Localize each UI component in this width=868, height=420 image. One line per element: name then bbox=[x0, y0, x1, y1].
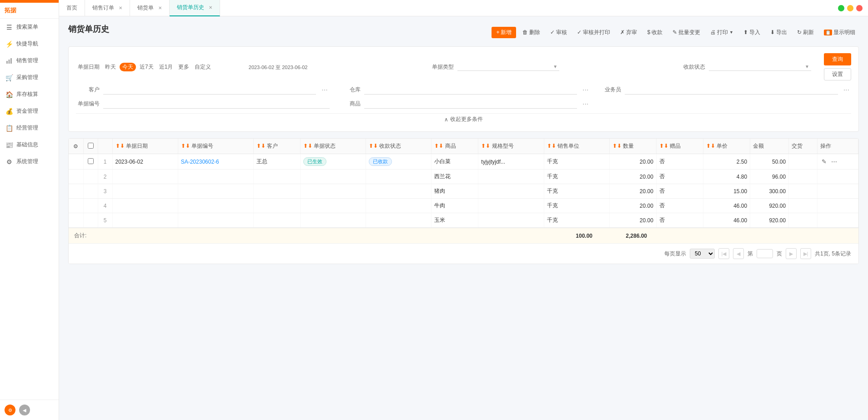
date-tab-custom[interactable]: 自定义 bbox=[193, 63, 213, 71]
col-doc-date[interactable]: ⬆⬇ 单据日期 bbox=[112, 139, 178, 154]
minimize-btn[interactable] bbox=[847, 5, 853, 11]
customer-ellipsis[interactable]: ··· bbox=[320, 86, 329, 94]
close-sales-history-tab[interactable]: ✕ bbox=[209, 5, 212, 10]
show-detail-button[interactable]: 📋 显示明细 bbox=[820, 27, 859, 38]
sidebar-item-quick-nav[interactable]: ⚡ 快捷导航 bbox=[0, 35, 59, 52]
customer-input[interactable] bbox=[103, 85, 316, 95]
sidebar-item-operations[interactable]: 📋 经营管理 bbox=[0, 120, 59, 136]
salesperson-input[interactable] bbox=[625, 85, 838, 95]
sidebar-logo: 拓据 bbox=[0, 3, 59, 19]
row1-doc-no-link[interactable]: SA-20230602-6 bbox=[181, 159, 219, 165]
add-button[interactable]: + 新增 bbox=[492, 27, 516, 38]
collapse-filter-btn[interactable]: ∧ 收起更多条件 bbox=[76, 113, 851, 125]
col-doc-no[interactable]: ⬆⬇ 单据编号 bbox=[178, 139, 253, 154]
sidebar-item-sales-mgmt[interactable]: 销售管理 bbox=[0, 52, 59, 69]
sort-icon: ⬆⬇ bbox=[181, 143, 190, 149]
table-scroll-area[interactable]: ⚙ ⬆⬇ 单据日期 ⬆⬇ 单据编号 ⬆⬇ 客户 ⬆⬇ 单据状态 ⬆⬇ 收款状态 … bbox=[69, 139, 858, 228]
tab-sales-delivery[interactable]: 销货单 ✕ bbox=[130, 0, 170, 16]
page-size-select[interactable]: 20 50 100 bbox=[690, 249, 715, 259]
col-gear[interactable]: ⚙ bbox=[69, 139, 83, 154]
batch-change-button[interactable]: ✎ 批量变更 bbox=[669, 27, 704, 38]
row2-collect-status bbox=[366, 170, 431, 184]
audit-print-button[interactable]: ✓ 审核并打印 bbox=[573, 27, 614, 38]
row1-num: 1 bbox=[98, 154, 112, 170]
col-spec[interactable]: ⬆⬇ 规格型号 bbox=[478, 139, 544, 154]
first-page-btn[interactable]: |◀ bbox=[718, 248, 729, 259]
row1-more-btn[interactable]: ⋯ bbox=[830, 158, 838, 165]
table-row: 2 西兰花 千克 20.00 否 4.80 96.0 bbox=[69, 170, 858, 184]
tab-sales-history[interactable]: 销货单历史 ✕ bbox=[170, 0, 220, 16]
collect-status-select[interactable]: ▼ bbox=[709, 63, 811, 71]
date-tab-today[interactable]: 今天 bbox=[120, 63, 136, 71]
setting-button[interactable]: 设置 bbox=[824, 68, 851, 80]
customer-label: 客户 bbox=[76, 86, 100, 94]
docno-input[interactable] bbox=[103, 99, 330, 109]
date-tab-7days[interactable]: 近7天 bbox=[138, 63, 156, 71]
select-all-checkbox[interactable] bbox=[88, 143, 94, 149]
maximize-btn[interactable] bbox=[838, 5, 844, 11]
print-button[interactable]: 🖨 打印 ▼ bbox=[707, 27, 737, 38]
row3-amount: 300.00 bbox=[750, 184, 789, 199]
table-row: 1 2023-06-02 SA-20230602-6 王总 已生效 已收款 小白… bbox=[69, 154, 858, 170]
prev-page-btn[interactable]: ◀ bbox=[733, 248, 744, 259]
warehouse-ellipsis[interactable]: ··· bbox=[581, 86, 590, 94]
col-customer[interactable]: ⬆⬇ 客户 bbox=[253, 139, 300, 154]
sidebar-item-finance[interactable]: 💰 资金管理 bbox=[0, 103, 59, 120]
col-sales-unit[interactable]: ⬆⬇ 销售单位 bbox=[544, 139, 609, 154]
col-unit-price[interactable]: ⬆⬇ 单价 bbox=[703, 139, 750, 154]
import-button[interactable]: ⬆ 导入 bbox=[740, 27, 764, 38]
date-tab-more[interactable]: 更多 bbox=[176, 63, 191, 71]
query-button[interactable]: 查询 bbox=[824, 53, 851, 65]
col-gift[interactable]: ⬆⬇ 赠品 bbox=[656, 139, 703, 154]
page-input[interactable]: 1 bbox=[757, 249, 773, 258]
abandon-button[interactable]: ✗ 弃审 bbox=[617, 27, 641, 38]
sidebar-item-purchase-mgmt[interactable]: 🛒 采购管理 bbox=[0, 69, 59, 86]
row1-edit-btn[interactable]: ✎ bbox=[820, 158, 828, 165]
last-page-btn[interactable]: ▶| bbox=[800, 248, 811, 259]
date-tab-1month[interactable]: 近1月 bbox=[157, 63, 175, 71]
row1-customer: 王总 bbox=[253, 154, 300, 170]
sidebar-settings-icon[interactable]: ⚙ bbox=[5, 405, 15, 415]
tab-home[interactable]: 首页 bbox=[59, 0, 85, 16]
filter-row-2: 客户 ··· 仓库 ··· 业务员 ··· bbox=[76, 85, 851, 95]
close-btn[interactable] bbox=[856, 5, 863, 11]
col-doc-status[interactable]: ⬆⬇ 单据状态 bbox=[300, 139, 366, 154]
warehouse-input[interactable] bbox=[364, 85, 577, 95]
next-page-btn[interactable]: ▶ bbox=[786, 248, 797, 259]
close-sales-delivery-tab[interactable]: ✕ bbox=[158, 5, 162, 10]
refresh-button[interactable]: ↻ 刷新 bbox=[793, 27, 818, 38]
total-values: 100.00 2,286.00 bbox=[101, 233, 853, 239]
salesperson-ellipsis[interactable]: ··· bbox=[842, 86, 851, 94]
goods-ellipsis[interactable]: ··· bbox=[581, 100, 590, 108]
export-button[interactable]: ⬇ 导出 bbox=[767, 27, 791, 38]
row1-check[interactable] bbox=[83, 154, 98, 170]
col-qty[interactable]: ⬆⬇ 数量 bbox=[609, 139, 656, 154]
close-sales-order-tab[interactable]: ✕ bbox=[119, 5, 122, 10]
sidebar-item-sys-mgmt[interactable]: ⚙ 系统管理 bbox=[0, 153, 59, 170]
sidebar-collapse-icon[interactable]: ◀ bbox=[19, 405, 30, 415]
col-goods[interactable]: ⬆⬇ 商品 bbox=[431, 139, 478, 154]
sidebar-item-search-menu[interactable]: ☰ 搜索菜单 bbox=[0, 19, 59, 35]
sidebar-item-inventory[interactable]: 🏠 库存核算 bbox=[0, 86, 59, 103]
row1-checkbox[interactable] bbox=[88, 158, 94, 164]
row1-doc-no[interactable]: SA-20230602-6 bbox=[178, 154, 253, 170]
quick-nav-icon: ⚡ bbox=[5, 40, 13, 48]
sidebar-item-basic-info[interactable]: 📰 基础信息 bbox=[0, 136, 59, 153]
row2-gift: 否 bbox=[656, 170, 703, 184]
row4-qty: 20.00 bbox=[609, 199, 656, 213]
delete-button[interactable]: 🗑 删除 bbox=[519, 27, 544, 38]
collect-button[interactable]: $ 收款 bbox=[643, 27, 666, 38]
col-collect-status[interactable]: ⬆⬇ 收款状态 bbox=[366, 139, 431, 154]
date-tab-yesterday[interactable]: 昨天 bbox=[103, 63, 118, 71]
sort-icon: ⬆⬇ bbox=[303, 143, 312, 149]
row4-trade bbox=[789, 199, 818, 213]
doc-type-select[interactable]: ▼ bbox=[457, 63, 560, 71]
col-check[interactable] bbox=[83, 139, 98, 154]
row3-collect-status bbox=[366, 184, 431, 199]
audit-button[interactable]: ✓ 审核 bbox=[547, 27, 571, 38]
row5-collect-status bbox=[366, 213, 431, 228]
sidebar-item-label: 库存核算 bbox=[16, 90, 38, 98]
goods-input[interactable] bbox=[364, 99, 577, 109]
tab-sales-order[interactable]: 销售订单 ✕ bbox=[85, 0, 130, 16]
table-body: 1 2023-06-02 SA-20230602-6 王总 已生效 已收款 小白… bbox=[69, 154, 858, 228]
